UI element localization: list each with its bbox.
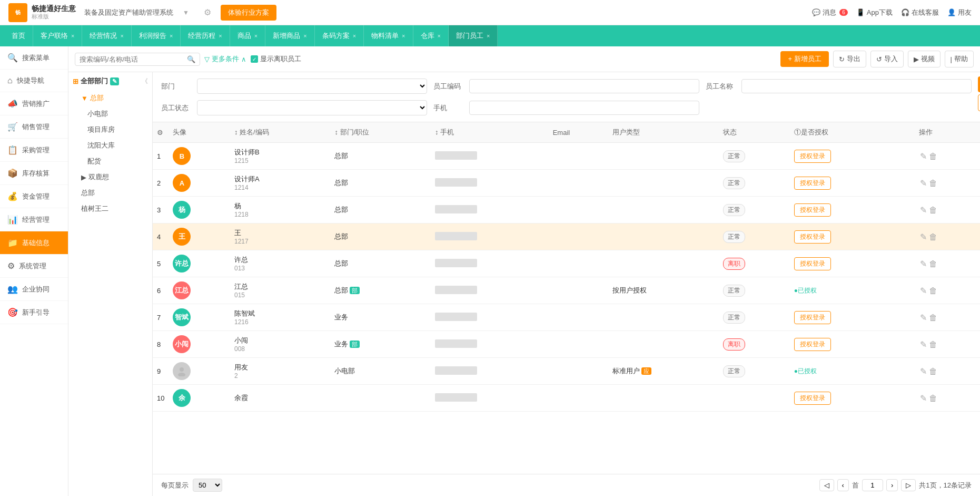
tab-addgoods[interactable]: 新增商品× <box>265 25 314 46</box>
tree-item-project[interactable]: 项目库房 <box>73 122 148 138</box>
tree-item-peihuo[interactable]: 配货 <box>73 153 148 169</box>
auth-btn[interactable]: 授权登录 <box>794 203 831 217</box>
tab-profit-close[interactable]: × <box>170 33 173 39</box>
edit-icon[interactable]: ✎ <box>920 340 927 349</box>
next-page-btn[interactable]: › <box>886 479 898 491</box>
sidebar-item-collab[interactable]: 👥 企业协同 <box>0 278 68 301</box>
edit-icon[interactable]: ✎ <box>920 206 927 215</box>
sidebar-item-purchase[interactable]: 📋 采购管理 <box>0 139 68 162</box>
cell-auth[interactable]: 授权登录 <box>790 304 895 331</box>
filter-btn[interactable]: ▽ 更多条件 ∧ <box>204 54 246 64</box>
cell-auth[interactable]: 授权登录 <box>790 223 895 250</box>
help-btn[interactable]: | 帮助 <box>945 51 974 67</box>
edit-icon[interactable]: ✎ <box>920 286 927 295</box>
settings-btn[interactable]: ⚙ <box>199 4 216 21</box>
cell-auth[interactable]: 授权登录 <box>790 170 895 197</box>
tab-barcode-close[interactable]: × <box>353 33 356 39</box>
edit-icon[interactable]: ✎ <box>920 394 927 403</box>
col-settings[interactable]: ⚙ <box>153 122 169 143</box>
import-btn[interactable]: ↺ 导入 <box>870 51 904 67</box>
auth-btn[interactable]: 授权登录 <box>794 177 831 190</box>
sidebar-item-sales[interactable]: 🛒 销售管理 <box>0 115 68 139</box>
auth-btn[interactable]: 授权登录 <box>794 150 831 163</box>
delete-icon[interactable]: 🗑 <box>929 367 937 376</box>
cell-auth[interactable]: 授权登录 <box>790 143 895 170</box>
edit-icon[interactable]: ✎ <box>920 152 927 161</box>
filter-name-input[interactable] <box>741 79 972 93</box>
dropdown-btn[interactable]: ▼ <box>177 6 194 20</box>
tab-warehouse[interactable]: 仓库× <box>413 25 449 46</box>
tree-edit-icon[interactable]: ✎ <box>110 77 119 85</box>
col-dept[interactable]: ↕ 部门/职位 <box>330 122 430 143</box>
sidebar-item-finance[interactable]: 💰 资金管理 <box>0 185 68 208</box>
tab-business[interactable]: 经营情况× <box>82 25 131 46</box>
tab-addgoods-close[interactable]: × <box>303 33 306 39</box>
tree-item-shenyang[interactable]: 沈阳大库 <box>73 138 148 153</box>
auth-btn[interactable]: 授权登录 <box>794 230 831 244</box>
tab-history[interactable]: 经营历程× <box>181 25 230 46</box>
app-download-btn[interactable]: 📱 App下载 <box>856 8 893 17</box>
prev-page-btn[interactable]: ‹ <box>837 479 849 491</box>
filter-code-input[interactable] <box>469 79 699 93</box>
tab-customer[interactable]: 客户联络× <box>33 25 82 46</box>
per-page-select[interactable]: 50 20 100 <box>193 479 222 492</box>
cell-auth[interactable]: 授权登录 <box>790 385 895 412</box>
message-btn[interactable]: 💬 消息 6 <box>812 8 848 17</box>
filter-status-select[interactable] <box>197 100 427 115</box>
tab-barcode[interactable]: 条码方案× <box>315 25 364 46</box>
add-employee-btn[interactable]: + 新增员工 <box>780 51 828 67</box>
delete-icon[interactable]: 🗑 <box>929 340 937 349</box>
delete-icon[interactable]: 🗑 <box>929 152 937 161</box>
experience-btn[interactable]: 体验行业方案 <box>221 5 276 21</box>
reset-btn[interactable]: 设置 <box>978 94 980 111</box>
user-btn[interactable]: 👤 用友 <box>947 8 972 17</box>
tab-material-close[interactable]: × <box>402 33 405 39</box>
tab-goods[interactable]: 商品× <box>230 25 265 46</box>
view-btn[interactable]: ▶ 视频 <box>908 51 941 67</box>
cell-auth[interactable]: 授权登录 <box>790 331 895 358</box>
first-page-btn[interactable]: ◁ <box>819 479 834 491</box>
delete-icon[interactable]: 🗑 <box>929 259 937 268</box>
edit-icon[interactable]: ✎ <box>920 367 927 376</box>
tab-goods-close[interactable]: × <box>254 33 258 39</box>
delete-icon[interactable]: 🗑 <box>929 232 937 241</box>
filter-dept-select[interactable] <box>197 79 427 94</box>
cell-auth[interactable]: 授权登录 <box>790 197 895 223</box>
delete-icon[interactable]: 🗑 <box>929 206 937 215</box>
sidebar-item-nav[interactable]: ⌂ 快捷导航 <box>0 70 68 92</box>
auth-btn[interactable]: 授权登录 <box>794 338 831 351</box>
tree-item-xiaodian[interactable]: 小电部 <box>73 106 148 122</box>
tree-item-zongbu2[interactable]: 总部 <box>73 185 148 201</box>
tab-home[interactable]: 首页 <box>4 25 33 46</box>
search-input[interactable] <box>80 55 185 63</box>
tree-item-zongbu[interactable]: ▼ 总部 <box>73 90 148 106</box>
edit-icon[interactable]: ✎ <box>920 313 927 322</box>
tab-material[interactable]: 物料清单× <box>364 25 413 46</box>
delete-icon[interactable]: 🗑 <box>929 179 937 188</box>
tree-item-zhishu[interactable]: 植树王二 <box>73 201 148 217</box>
sidebar-item-search[interactable]: 🔍 搜索菜单 <box>0 46 68 70</box>
edit-icon[interactable]: ✎ <box>920 179 927 188</box>
sidebar-item-inventory[interactable]: 📦 库存核算 <box>0 162 68 185</box>
col-name[interactable]: ↕ 姓名/编码 <box>230 122 330 143</box>
auth-btn[interactable]: 授权登录 <box>794 392 831 405</box>
tab-customer-close[interactable]: × <box>71 33 74 39</box>
show-hidden-toggle[interactable]: ✓ 显示离职员工 <box>251 54 301 64</box>
show-hidden-checkbox[interactable]: ✓ <box>251 55 258 63</box>
sidebar-item-operations[interactable]: 📊 经营管理 <box>0 208 68 231</box>
service-btn[interactable]: 🎧 在线客服 <box>901 8 939 17</box>
col-phone[interactable]: ↕ 手机 <box>431 122 549 143</box>
delete-icon[interactable]: 🗑 <box>929 313 937 322</box>
tree-collapse-btn[interactable]: 《 <box>142 77 148 86</box>
filter-phone-input[interactable] <box>469 101 699 115</box>
edit-icon[interactable]: ✎ <box>920 259 927 268</box>
page-number-input[interactable] <box>862 479 883 491</box>
tab-history-close[interactable]: × <box>219 33 222 39</box>
sidebar-item-marketing[interactable]: 📣 营销推广 <box>0 92 68 115</box>
query-btn[interactable]: 查询 <box>978 76 980 92</box>
edit-icon[interactable]: ✎ <box>920 232 927 241</box>
export-btn[interactable]: ↻ 导出 <box>833 51 866 67</box>
sidebar-item-basic[interactable]: 📁 基础信息 <box>0 231 68 255</box>
tab-warehouse-close[interactable]: × <box>438 33 441 39</box>
delete-icon[interactable]: 🗑 <box>929 286 937 295</box>
